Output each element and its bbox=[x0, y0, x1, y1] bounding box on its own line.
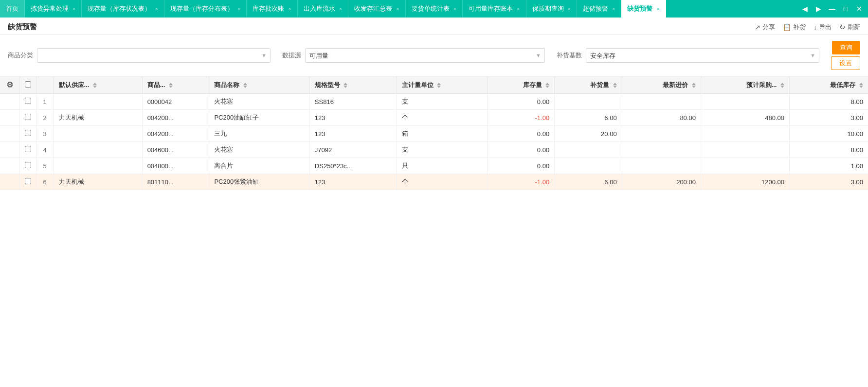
share-action[interactable]: ↗ 分享 bbox=[755, 23, 775, 32]
sort-spec-icon bbox=[344, 83, 347, 88]
category-select[interactable] bbox=[37, 48, 271, 63]
th-default-supplier[interactable]: 默认供应... bbox=[54, 76, 142, 94]
nav-tab-6[interactable]: 收发存汇总表× bbox=[348, 0, 405, 18]
nav-tab-0[interactable]: 首页 bbox=[0, 0, 25, 18]
td-row-settings bbox=[0, 174, 19, 190]
td-spec: 123 bbox=[309, 110, 397, 126]
sort-price-icon bbox=[692, 83, 696, 88]
th-min-stock[interactable]: 最低库存 bbox=[790, 76, 868, 94]
datasource-select[interactable]: 可用量 bbox=[305, 48, 545, 63]
nav-tab-5[interactable]: 出入库流水× bbox=[298, 0, 348, 18]
td-unit: 个 bbox=[397, 174, 487, 190]
nav-tab-close-icon[interactable]: × bbox=[288, 6, 291, 12]
nav-tab-close-icon[interactable]: × bbox=[568, 6, 571, 12]
settings-button[interactable]: 设置 bbox=[831, 56, 860, 70]
supplement-base-select[interactable]: 安全库存 bbox=[586, 48, 819, 63]
th-estimated-purchase[interactable]: 预计采购... bbox=[701, 76, 789, 94]
export-action[interactable]: ↓ 导出 bbox=[814, 23, 832, 32]
td-min-stock: 10.00 bbox=[790, 126, 868, 142]
nav-tab-close-icon[interactable]: × bbox=[339, 6, 342, 12]
nav-tab-2[interactable]: 现存量（库存状况表）× bbox=[82, 0, 164, 18]
header-row: ⚙ 默认供应... 商品... bbox=[0, 76, 868, 94]
nav-next-button[interactable]: ▶ bbox=[812, 2, 825, 16]
row-checkbox-2[interactable] bbox=[25, 130, 31, 136]
td-estimated-purchase bbox=[701, 158, 789, 174]
nav-tab-close-icon[interactable]: × bbox=[396, 6, 399, 12]
td-min-stock: 1.00 bbox=[790, 158, 868, 174]
page-container: 缺货预警 ↗ 分享 📋 补货 ↓ 导出 ↻ 刷新 商品分类 bbox=[0, 18, 868, 387]
nav-minimize-button[interactable]: ― bbox=[825, 2, 839, 16]
nav-tab-label: 要货单统计表 bbox=[412, 4, 450, 13]
column-settings-icon[interactable]: ⚙ bbox=[6, 81, 13, 89]
nav-maximize-button[interactable]: □ bbox=[839, 2, 852, 16]
nav-tab-9[interactable]: 保质期查询× bbox=[526, 0, 577, 18]
nav-tab-7[interactable]: 要货单统计表× bbox=[406, 0, 463, 18]
page-title: 缺货预警 bbox=[8, 22, 755, 32]
sort-supplier-icon bbox=[93, 83, 97, 88]
td-unit: 箱 bbox=[397, 126, 487, 142]
nav-tab-close-icon[interactable]: × bbox=[517, 6, 520, 12]
td-product-name: PC200油缸缸子 bbox=[209, 110, 309, 126]
row-checkbox-4[interactable] bbox=[25, 162, 31, 168]
th-product-code[interactable]: 商品... bbox=[142, 76, 209, 94]
table-row: 5 004800... 离合片 DS250*23c... 只 0.00 1.00 bbox=[0, 158, 868, 174]
nav-tab-11[interactable]: 缺货预警× bbox=[621, 0, 666, 18]
th-product-name[interactable]: 商品名称 bbox=[209, 76, 309, 94]
td-estimated-purchase: 480.00 bbox=[701, 110, 789, 126]
nav-tab-1[interactable]: 拣货异常处理× bbox=[25, 0, 82, 18]
nav-tab-close-icon[interactable]: × bbox=[612, 6, 615, 12]
td-stock: 0.00 bbox=[487, 142, 554, 158]
nav-tab-10[interactable]: 超储预警× bbox=[577, 0, 621, 18]
refresh-action[interactable]: ↻ 刷新 bbox=[839, 23, 860, 32]
td-index: 4 bbox=[36, 142, 54, 158]
export-label: 导出 bbox=[819, 23, 832, 32]
row-checkbox-1[interactable] bbox=[25, 114, 31, 120]
row-checkbox-3[interactable] bbox=[25, 146, 31, 152]
nav-tab-close-icon[interactable]: × bbox=[453, 6, 456, 12]
data-table: ⚙ 默认供应... 商品... bbox=[0, 76, 868, 190]
td-product-code: 0000042 bbox=[142, 94, 209, 110]
supplement-action[interactable]: 📋 补货 bbox=[783, 23, 806, 32]
td-spec: J7092 bbox=[309, 142, 397, 158]
nav-tab-close-icon[interactable]: × bbox=[72, 6, 75, 12]
th-stock[interactable]: 库存量 bbox=[487, 76, 554, 94]
th-unit[interactable]: 主计量单位 bbox=[397, 76, 487, 94]
row-checkbox-5[interactable] bbox=[25, 178, 31, 184]
nav-tab-8[interactable]: 可用量库存账本× bbox=[463, 0, 526, 18]
nav-prev-button[interactable]: ◀ bbox=[798, 2, 812, 16]
nav-tab-label: 缺货预警 bbox=[627, 4, 652, 13]
nav-tab-close-icon[interactable]: × bbox=[155, 6, 158, 12]
td-estimated-purchase bbox=[701, 142, 789, 158]
th-latest-price[interactable]: 最新进价 bbox=[622, 76, 701, 94]
td-latest-price bbox=[622, 142, 701, 158]
sort-supplement-icon bbox=[613, 83, 617, 88]
th-checkbox bbox=[19, 76, 36, 94]
td-product-code: 004200... bbox=[142, 126, 209, 142]
nav-tab-4[interactable]: 库存批次账× bbox=[247, 0, 297, 18]
datasource-select-wrapper: 可用量 ▼ bbox=[305, 48, 545, 63]
table-row: 6 力天机械 801110... PC200张紧油缸 123 个 -1.00 6… bbox=[0, 174, 868, 190]
table-row: 3 004200... 三九 123 箱 0.00 20.00 10.00 bbox=[0, 126, 868, 142]
nav-tab-label: 现存量（库存状况表） bbox=[88, 4, 151, 13]
td-product-code: 801110... bbox=[142, 174, 209, 190]
td-default-supplier bbox=[54, 142, 142, 158]
filter-actions: 查询 设置 bbox=[831, 41, 860, 70]
category-label: 商品分类 bbox=[8, 51, 33, 60]
th-supplement[interactable]: 补货量 bbox=[555, 76, 622, 94]
td-default-supplier: 力天机械 bbox=[54, 110, 142, 126]
th-spec[interactable]: 规格型号 bbox=[309, 76, 397, 94]
td-checkbox bbox=[19, 126, 36, 142]
nav-tab-close-icon[interactable]: × bbox=[237, 6, 240, 12]
nav-tab-close-icon[interactable]: × bbox=[656, 6, 659, 12]
select-all-checkbox[interactable] bbox=[25, 81, 31, 88]
query-button[interactable]: 查询 bbox=[832, 41, 860, 54]
nav-tab-label: 拣货异常处理 bbox=[31, 4, 69, 13]
td-latest-price bbox=[622, 126, 701, 142]
nav-tab-3[interactable]: 现存量（库存分布表）× bbox=[164, 0, 247, 18]
td-default-supplier: 力天机械 bbox=[54, 174, 142, 190]
row-checkbox-0[interactable] bbox=[25, 98, 31, 104]
nav-tab-label: 超储预警 bbox=[583, 4, 608, 13]
navbar: 首页拣货异常处理×现存量（库存状况表）×现存量（库存分布表）×库存批次账×出入库… bbox=[0, 0, 868, 18]
td-checkbox bbox=[19, 142, 36, 158]
nav-close-button[interactable]: ✕ bbox=[852, 2, 866, 16]
